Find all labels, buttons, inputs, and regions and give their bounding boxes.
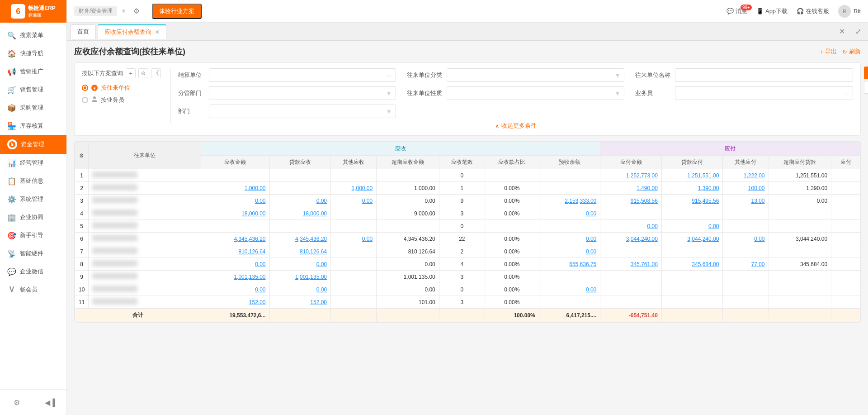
setting-button[interactable]: 设置 (864, 81, 868, 94)
ap-other-cell[interactable] (723, 245, 769, 258)
ar-other-cell[interactable]: 0.00 (331, 233, 377, 245)
table-settings-col[interactable]: ⚙ (75, 142, 89, 169)
sidebar-collapse-btn[interactable]: ◀▐ (42, 394, 58, 410)
sidebar-item-finance[interactable]: ¥ 资金管理 (0, 135, 66, 154)
ar-amount-cell[interactable]: 4,345,436.20 (201, 233, 269, 245)
sidebar-item-basic-info[interactable]: 📋 基础信息 (0, 172, 66, 190)
ap-loan-cell[interactable]: 0.00 (661, 220, 723, 233)
sidebar-item-search-menu[interactable]: 🔍 搜索菜单 (0, 26, 66, 44)
prepaid-cell[interactable] (539, 271, 600, 283)
partner-nature-input[interactable]: ▼ (447, 86, 625, 100)
prepaid-cell[interactable] (539, 296, 600, 309)
promo-button[interactable]: 体验行业方案 (152, 4, 202, 19)
partner-category-input[interactable]: ▼ (447, 68, 625, 82)
ap-amount-cell[interactable]: 345,761.00 (600, 258, 662, 271)
ar-other-cell[interactable] (331, 169, 377, 182)
app-download-btn[interactable]: 📱 App下载 (756, 7, 788, 15)
ar-amount-cell[interactable]: 152.00 (201, 296, 269, 309)
tab-ar-ap[interactable]: 应收应付余额查询 ✕ (98, 24, 166, 39)
export-button[interactable]: ↑ 导出 (821, 48, 837, 56)
ap-amount-cell[interactable]: 0.00 (600, 220, 662, 233)
ap-loan-cell[interactable] (661, 283, 723, 296)
ar-other-cell[interactable] (331, 207, 377, 220)
ar-other-cell[interactable] (331, 258, 377, 271)
ap-other-cell[interactable] (723, 296, 769, 309)
user-menu[interactable]: R Rit (838, 5, 861, 18)
partner-name-input[interactable] (675, 68, 853, 82)
ar-other-cell[interactable]: 1,000.00 (331, 182, 377, 195)
dept-manager-input[interactable]: ▼ (209, 86, 396, 100)
tab-close-icon[interactable]: ✕ (155, 29, 160, 35)
ap-other-cell[interactable] (723, 283, 769, 296)
ar-loan-cell[interactable] (269, 220, 331, 233)
ap-other-cell[interactable]: 13.00 (723, 195, 769, 207)
sidebar-item-system[interactable]: ⚙️ 系统管理 (0, 190, 66, 208)
ap-loan-cell[interactable] (661, 207, 723, 220)
ar-amount-cell[interactable]: 0.00 (201, 258, 269, 271)
ap-other-cell[interactable]: 1,222.00 (723, 169, 769, 182)
sidebar-item-hardware[interactable]: 📡 智能硬件 (0, 244, 66, 262)
ar-other-cell[interactable] (331, 283, 377, 296)
ar-loan-cell[interactable] (269, 182, 331, 195)
tab-home[interactable]: 首页 (71, 24, 96, 39)
sidebar-item-vip[interactable]: V 畅会员 (0, 281, 66, 299)
expand-icon[interactable]: ⤢ (852, 25, 864, 38)
ar-loan-cell[interactable]: 18,000.00 (269, 207, 331, 220)
ar-amount-cell[interactable]: 0.00 (201, 195, 269, 207)
ap-loan-cell[interactable]: 1,251,551.00 (661, 169, 723, 182)
sidebar-item-operations[interactable]: 📊 经营管理 (0, 154, 66, 172)
ap-amount-cell[interactable]: 1,490.00 (600, 182, 662, 195)
ap-loan-cell[interactable] (661, 271, 723, 283)
ar-loan-cell[interactable]: 0.00 (269, 283, 331, 296)
ap-amount-cell[interactable]: 1,252,773.00 (600, 169, 662, 182)
query-button[interactable]: 查询 (864, 67, 868, 79)
sidebar-item-inventory[interactable]: 🏪 库存核算 (0, 117, 66, 135)
message-btn[interactable]: 💬 消息 99+ (726, 7, 747, 15)
prepaid-cell[interactable]: 0.00 (539, 245, 600, 258)
ar-other-cell[interactable] (331, 245, 377, 258)
gear-icon[interactable]: ⚙ (130, 5, 143, 18)
ar-amount-cell[interactable] (201, 169, 269, 182)
ar-loan-cell[interactable]: 0.00 (269, 195, 331, 207)
ap-amount-cell[interactable] (600, 245, 662, 258)
sidebar-item-sales[interactable]: 🛒 销售管理 (0, 81, 66, 99)
prepaid-cell[interactable]: 0.00 (539, 207, 600, 220)
ap-loan-cell[interactable] (661, 245, 723, 258)
ap-loan-cell[interactable]: 3,044,240.00 (661, 233, 723, 245)
ar-amount-cell[interactable]: 0.00 (201, 283, 269, 296)
ar-amount-cell[interactable]: 1,000.00 (201, 182, 269, 195)
prepaid-cell[interactable] (539, 220, 600, 233)
sidebar-item-guide[interactable]: 🎯 新手引导 (0, 226, 66, 244)
ap-other-cell[interactable] (723, 220, 769, 233)
ar-amount-cell[interactable] (201, 220, 269, 233)
ap-loan-cell[interactable] (661, 296, 723, 309)
close-window-icon[interactable]: ✕ (835, 25, 848, 38)
ar-loan-cell[interactable]: 152.00 (269, 296, 331, 309)
ap-amount-cell[interactable] (600, 271, 662, 283)
scheme-option-staff[interactable]: 按业务员 (82, 95, 163, 104)
ap-amount-cell[interactable]: 3,044,240.00 (600, 233, 662, 245)
ar-loan-cell[interactable]: 0.00 (269, 258, 331, 271)
prepaid-cell[interactable] (539, 169, 600, 182)
ap-other-cell[interactable]: 0.00 (723, 233, 769, 245)
ar-other-cell[interactable] (331, 296, 377, 309)
dept-input[interactable]: ▼ (209, 105, 396, 118)
ar-amount-cell[interactable]: 810,126.64 (201, 245, 269, 258)
prepaid-cell[interactable]: 0.00 (539, 283, 600, 296)
sidebar-settings-btn[interactable]: ⚙ (9, 394, 25, 410)
online-service-btn[interactable]: 🎧 在线客服 (797, 7, 829, 15)
ap-amount-cell[interactable] (600, 296, 662, 309)
sidebar-item-quick-nav[interactable]: 🏠 快捷导航 (0, 44, 66, 62)
ar-amount-cell[interactable]: 18,000.00 (201, 207, 269, 220)
ar-other-cell[interactable] (331, 220, 377, 233)
scheme-option-partner[interactable]: ¥ 按往来单位 (82, 84, 163, 92)
ar-other-cell[interactable]: 0.00 (331, 195, 377, 207)
ap-other-cell[interactable]: 100.00 (723, 182, 769, 195)
ap-loan-cell[interactable]: 915,495.56 (661, 195, 723, 207)
collapse-btn[interactable]: ∧ 收起更多条件 (495, 122, 537, 130)
prepaid-cell[interactable]: 2,153,333.00 (539, 195, 600, 207)
salesman-input[interactable]: ··· (675, 86, 853, 100)
ap-amount-cell[interactable] (600, 283, 662, 296)
sidebar-item-marketing[interactable]: 📢 营销推广 (0, 62, 66, 81)
ar-loan-cell[interactable]: 1,001,135.00 (269, 271, 331, 283)
